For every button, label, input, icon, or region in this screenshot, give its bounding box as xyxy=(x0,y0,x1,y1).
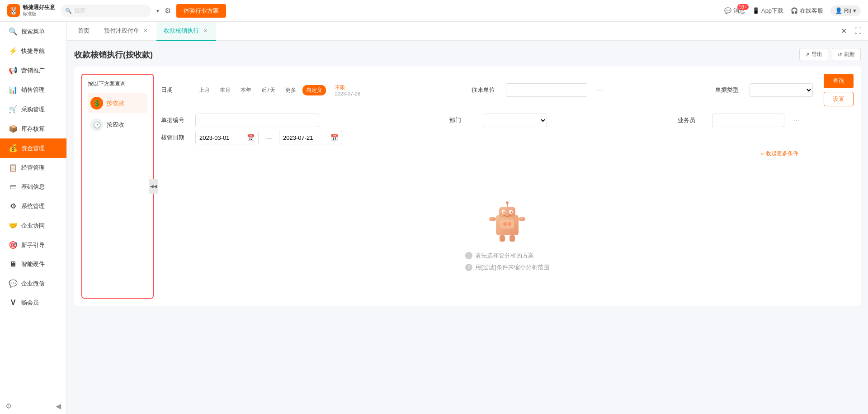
search-icon: 🔍 xyxy=(65,8,72,14)
query-option-by-receipt[interactable]: 💲 按收款 xyxy=(88,93,147,113)
tab-writeoff-close[interactable]: ✕ xyxy=(202,27,209,34)
sidebar-item-system[interactable]: ⚙ 系统管理 xyxy=(0,196,66,216)
doc-num-input[interactable] xyxy=(195,114,319,127)
industry-btn[interactable]: 体验行业方案 xyxy=(176,4,226,18)
partner-ellipsis-icon[interactable]: ··· xyxy=(594,86,604,94)
receivable-icon: 🕐 xyxy=(90,119,103,131)
logo-sub: 标准版 xyxy=(23,11,55,17)
hint-text-2: 用[过滤]条件来缩小分析范围 xyxy=(475,263,549,271)
date-quick-btns: 上月 本月 本年 近7天 更多 自定义 xyxy=(195,85,326,95)
sidebar-label-enterprise: 企业协同 xyxy=(21,222,45,230)
svg-rect-10 xyxy=(500,235,505,242)
sidebar-settings-icon[interactable]: ⚙ xyxy=(5,402,12,410)
tab-prepay[interactable]: 预付冲应付单 ✕ xyxy=(97,22,156,41)
sales-icon: 📊 xyxy=(9,86,18,94)
member-icon: V xyxy=(9,299,18,307)
svg-rect-11 xyxy=(509,235,515,242)
query-option-receivable-label: 按应收 xyxy=(107,121,124,129)
user-menu[interactable]: 👤 Rit ▾ xyxy=(830,5,861,16)
receipt-icon: 💲 xyxy=(90,97,103,109)
online-service-btn[interactable]: 🎧 在线客服 xyxy=(791,7,823,15)
sidebar-item-quicknav[interactable]: ⚡ 快捷导航 xyxy=(0,41,66,61)
sidebar-bottom: ⚙ ◀ xyxy=(0,398,66,414)
hint-num-1: 1 xyxy=(465,252,472,259)
sidebar-item-inventory[interactable]: 📦 库存核算 xyxy=(0,119,66,138)
enterprise-icon: 🤝 xyxy=(9,221,18,230)
staff-input[interactable] xyxy=(712,114,784,127)
writeoff-end-input[interactable]: 2023-07-21 📅 xyxy=(279,131,342,144)
query-submit-btn[interactable]: 查询 xyxy=(824,74,854,88)
sidebar-item-management[interactable]: 📋 经营管理 xyxy=(0,158,66,177)
svg-point-6 xyxy=(503,211,505,213)
message-icon: 💬 xyxy=(724,7,731,14)
more-conditions-btn[interactable]: « 收起更多条件 xyxy=(755,148,804,159)
export-btn[interactable]: ↗ 导出 xyxy=(799,48,828,61)
svg-rect-12 xyxy=(500,219,514,228)
main-card: 按以下方案查询 💲 按收款 🕐 按应收 ◀◀ 日期 xyxy=(74,67,861,306)
partner-input[interactable] xyxy=(506,83,587,97)
marketing-icon: 📢 xyxy=(9,66,18,75)
writeoff-end-value: 2023-07-21 xyxy=(283,134,313,141)
sidebar-collapse-icon[interactable]: ◀ xyxy=(56,402,61,410)
more-conditions-row: « 收起更多条件 xyxy=(161,148,854,159)
tab-home[interactable]: 首页 xyxy=(71,22,97,41)
empty-state-image xyxy=(485,199,530,244)
date-btn-last-month[interactable]: 上月 xyxy=(195,85,213,95)
sidebar-item-wechat[interactable]: 💬 企业微信 xyxy=(0,274,66,293)
sidebar-item-guide[interactable]: 🎯 新手引导 xyxy=(0,235,66,255)
tab-expand-btn[interactable]: ⛶ xyxy=(852,25,864,38)
sidebar-label-marketing: 营销推广 xyxy=(21,67,45,75)
writeoff-start-calendar-icon[interactable]: 📅 xyxy=(247,134,255,141)
sidebar-item-enterprise[interactable]: 🤝 企业协同 xyxy=(0,216,66,235)
doc-type-select[interactable] xyxy=(750,83,813,97)
message-badge: 99+ xyxy=(737,4,749,10)
svg-point-13 xyxy=(503,222,507,226)
writeoff-start-input[interactable]: 2023-03-01 📅 xyxy=(195,131,259,144)
app-download-btn[interactable]: 📱 App下载 xyxy=(752,7,783,15)
query-selector-panel: 按以下方案查询 💲 按收款 🕐 按应收 ◀◀ xyxy=(81,74,154,299)
sidebar-item-hardware[interactable]: 🖥 智能硬件 xyxy=(0,255,66,274)
sidebar-item-finance[interactable]: 💰 资金管理 xyxy=(0,138,66,158)
system-icon: ⚙ xyxy=(9,202,18,210)
inventory-icon: 📦 xyxy=(9,124,18,133)
hardware-icon: 🖥 xyxy=(9,260,18,268)
panel-title: 按以下方案查询 xyxy=(88,80,147,88)
query-option-receipt-label: 按收款 xyxy=(107,99,124,107)
filter-settings-btn[interactable]: 设置 xyxy=(824,92,854,106)
svg-rect-9 xyxy=(519,217,525,221)
sidebar-item-purchase[interactable]: 🛒 采购管理 xyxy=(0,100,66,119)
refresh-icon: ↺ xyxy=(838,52,842,58)
staff-ellipsis-icon[interactable]: ··· xyxy=(792,116,801,124)
tab-prepay-label: 预付冲应付单 xyxy=(104,27,139,35)
date-btn-custom[interactable]: 自定义 xyxy=(302,85,326,95)
date-btn-this-month[interactable]: 本月 xyxy=(216,85,234,95)
quicknav-icon: ⚡ xyxy=(9,47,18,55)
partner-label: 往来单位 xyxy=(472,86,499,94)
settings-icon[interactable]: ⚙ xyxy=(165,6,171,15)
tab-close-all-btn[interactable]: ✕ xyxy=(837,25,850,38)
finance-icon: 💰 xyxy=(9,144,18,152)
sidebar-item-basic-info[interactable]: 🗃 基础信息 xyxy=(0,177,66,196)
date-unlimited-info: 不限 2023-07-26 xyxy=(335,84,360,96)
tab-writeoff[interactable]: 收款核销执行 ✕ xyxy=(156,22,216,41)
dept-select[interactable] xyxy=(484,114,547,127)
date-btn-this-year[interactable]: 本年 xyxy=(237,85,255,95)
tab-bar: 首页 预付冲应付单 ✕ 收款核销执行 ✕ ✕ ⛶ xyxy=(67,22,868,41)
tab-prepay-close[interactable]: ✕ xyxy=(142,27,149,34)
sidebar-item-marketing[interactable]: 📢 营销推广 xyxy=(0,61,66,80)
sidebar-item-sales[interactable]: 📊 销售管理 xyxy=(0,80,66,100)
panel-collapse-btn[interactable]: ◀◀ xyxy=(149,179,158,194)
date-btn-7days[interactable]: 近7天 xyxy=(258,85,279,95)
writeoff-end-calendar-icon[interactable]: 📅 xyxy=(330,134,338,141)
sidebar-label-quicknav: 快捷导航 xyxy=(21,47,45,55)
refresh-btn[interactable]: ↺ 刷新 xyxy=(832,48,861,61)
management-icon: 📋 xyxy=(9,163,18,172)
query-option-by-receivable[interactable]: 🕐 按应收 xyxy=(88,115,147,135)
svg-point-3 xyxy=(506,201,509,204)
top-search[interactable]: 🔍 搜索 xyxy=(61,5,151,17)
message-btn[interactable]: 💬 消息 99+ xyxy=(724,7,745,15)
sidebar-item-search[interactable]: 🔍 搜索菜单 xyxy=(0,22,66,41)
search-chevron-icon[interactable]: ▾ xyxy=(156,8,159,14)
sidebar-item-member[interactable]: V 畅会员 xyxy=(0,293,66,312)
date-btn-more[interactable]: 更多 xyxy=(282,85,300,95)
